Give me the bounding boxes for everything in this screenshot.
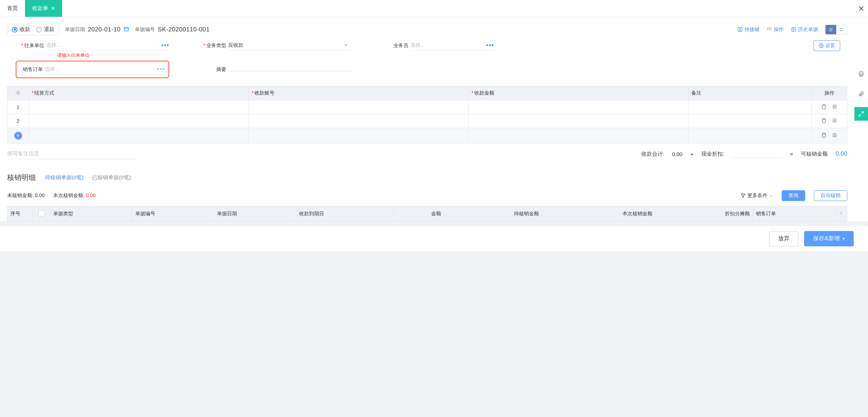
copy-row-icon[interactable] — [832, 133, 837, 139]
history-button[interactable]: 历史单据 — [791, 26, 818, 33]
add-row-button[interactable]: + — [14, 132, 22, 140]
chevron-down-icon[interactable] — [343, 42, 348, 49]
sales-order-input[interactable]: 选择... — [45, 64, 165, 75]
view-switch — [825, 25, 847, 35]
radio-refund[interactable]: 退款 — [36, 26, 55, 33]
clerk-input[interactable]: 选择... — [410, 40, 494, 51]
tab-receipt[interactable]: 收款单 ✕ — [25, 0, 62, 17]
svg-point-3 — [767, 27, 768, 29]
svg-rect-11 — [840, 30, 841, 31]
party-field: *往来单位 选择... ••• — [16, 40, 169, 51]
svg-rect-1 — [738, 27, 740, 31]
tab-home[interactable]: 首页 — [0, 0, 25, 17]
discount-input[interactable] — [732, 150, 782, 158]
writeoff-toolbar: 未核销金额: 0.00 本次核销金额: 0.00 更多条件 查询 自动核销 — [7, 190, 847, 201]
summary-input[interactable] — [228, 67, 351, 71]
writeoff-header: 核销明细 待核销单据(0笔) 已核销单据(0笔) — [7, 173, 847, 182]
receipt-type-radio-group: 收款 退款 — [7, 24, 59, 35]
more-icon[interactable]: ••• — [157, 66, 165, 73]
add-row: + — [7, 128, 847, 144]
form-grid: *往来单位 选择... ••• *业务类型 应收款 业务员 选择... ••• … — [7, 40, 847, 81]
svg-point-8 — [771, 29, 772, 30]
party-input[interactable]: 选择... — [46, 40, 169, 51]
table-row[interactable]: 1 — [7, 100, 847, 114]
view-list-icon[interactable] — [826, 25, 836, 34]
svg-point-7 — [769, 29, 770, 30]
more-icon[interactable]: ••• — [486, 42, 494, 49]
select-all-checkbox[interactable] — [32, 206, 50, 221]
auto-writeoff-button[interactable]: 自动核销 — [814, 190, 847, 201]
svg-rect-10 — [840, 28, 841, 29]
svg-point-5 — [771, 27, 772, 29]
doc-date-value[interactable]: 2020-01-10 — [88, 26, 121, 33]
operate-button[interactable]: 操作 — [767, 26, 784, 33]
tab-pending-writeoff[interactable]: 待核销单据(0笔) — [45, 174, 84, 181]
radio-icon — [36, 27, 42, 32]
chevron-down-icon[interactable]: ▾ — [843, 236, 845, 241]
toolbar-right: 快捷键 操作 历史单据 — [737, 25, 847, 35]
svg-rect-0 — [124, 27, 128, 31]
delete-icon[interactable] — [821, 119, 827, 124]
sort-icon[interactable] — [835, 206, 847, 221]
payment-grid: *结算方式 *收款账号 *收款金额 备注 操作 1 2 — [7, 86, 847, 144]
doc-date: 单据日期 2020-01-10 — [65, 26, 129, 33]
svg-point-12 — [821, 45, 822, 46]
svg-rect-2 — [740, 27, 742, 31]
tab-done-writeoff[interactable]: 已核销单据(0笔) — [92, 174, 131, 181]
side-rail — [854, 17, 868, 221]
delete-icon[interactable] — [821, 105, 827, 110]
attachment-icon[interactable] — [854, 87, 868, 101]
close-icon[interactable]: ✕ — [51, 6, 55, 11]
svg-point-13 — [17, 92, 19, 94]
radio-receive[interactable]: 收款 — [12, 26, 30, 33]
copy-row-icon[interactable] — [832, 105, 837, 110]
calendar-icon[interactable] — [123, 26, 129, 33]
header-row: 收款 退款 单据日期 2020-01-10 单据编号 SK-20200110-0… — [7, 24, 847, 35]
settings-button[interactable]: 设置 — [813, 40, 840, 51]
writeoff-grid: 序号 单据类型 单据编号 单据日期 收款到期日 金额 待核销金额 本次核销金额 … — [7, 206, 847, 221]
doc-number: 单据编号 SK-20200110-001 — [135, 26, 210, 33]
cancel-button[interactable]: 放弃 — [769, 231, 798, 246]
print-icon[interactable] — [854, 67, 868, 81]
writeoff-title: 核销明细 — [7, 173, 36, 182]
table-row[interactable]: 2 — [7, 114, 847, 128]
query-button[interactable]: 查询 — [782, 190, 805, 201]
copy-row-icon[interactable] — [832, 119, 837, 124]
summary-bar: 填写备注信息 收款合计: 0.00 + 现金折扣: = 可核销金额 0.00 — [7, 149, 847, 159]
more-icon[interactable]: ••• — [161, 42, 169, 49]
view-detail-icon[interactable] — [836, 25, 847, 34]
sales-order-field: 销售订单 选择... ••• — [16, 61, 169, 78]
grid-settings-header[interactable] — [7, 86, 29, 100]
top-tab-bar: 首页 收款单 ✕ ✕ — [0, 0, 868, 17]
expand-icon[interactable] — [854, 107, 868, 121]
more-conditions-button[interactable]: 更多条件 — [741, 192, 773, 199]
total-value: 0.00 — [672, 151, 682, 157]
party-error: 请输入往来单位 — [16, 52, 847, 59]
summary-field: 摘要 — [198, 61, 351, 78]
footer-bar: 放弃 保存&新增 ▾ — [0, 226, 868, 251]
svg-point-6 — [767, 29, 768, 30]
biztype-select[interactable]: 应收款 — [228, 40, 351, 51]
delete-icon[interactable] — [821, 133, 827, 139]
remark-input[interactable]: 填写备注信息 — [7, 149, 136, 159]
save-and-new-button[interactable]: 保存&新增 ▾ — [804, 231, 854, 246]
svg-point-4 — [769, 27, 770, 29]
writeable-value: 0.00 — [836, 150, 847, 157]
shortcut-button[interactable]: 快捷键 — [737, 26, 760, 33]
doc-number-value: SK-20200110-001 — [158, 26, 210, 33]
biztype-field: *业务类型 应收款 — [198, 40, 351, 51]
page-close-icon[interactable]: ✕ — [858, 4, 864, 14]
clerk-field: 业务员 选择... ••• — [380, 40, 494, 51]
radio-selected-icon — [12, 27, 17, 32]
